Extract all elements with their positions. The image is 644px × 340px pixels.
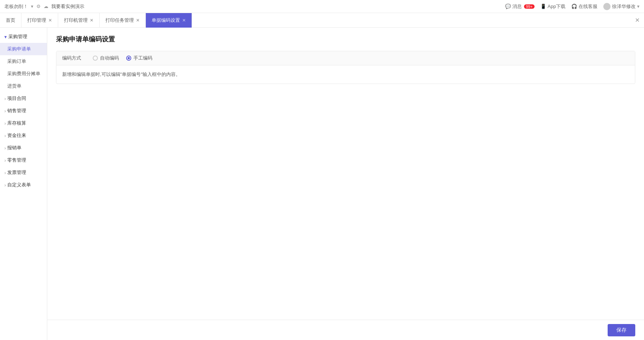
- invoice-arrow: ›: [4, 170, 6, 175]
- sidebar-item-purchase-request-label: 采购申请单: [7, 46, 31, 52]
- save-button[interactable]: 保存: [608, 324, 635, 336]
- sidebar-group-sales-mgmt[interactable]: › 销售管理: [0, 105, 47, 117]
- tab-home-label: 首页: [6, 17, 15, 24]
- demo-link[interactable]: 我要看实例演示: [51, 3, 84, 10]
- demo-cloud-icon: ☁: [44, 4, 48, 9]
- project-contract-arrow: ›: [4, 96, 6, 101]
- inventory-arrow: ›: [4, 121, 6, 126]
- sidebar-group-project-contract[interactable]: › 项目合同: [0, 92, 47, 105]
- message-icon: 💬: [505, 4, 511, 9]
- app-icon: 📱: [540, 4, 546, 9]
- capital-arrow: ›: [4, 133, 6, 138]
- sidebar-item-stock-in-label: 进货单: [7, 83, 21, 89]
- settings-icon[interactable]: ⚙: [36, 4, 41, 9]
- top-bar-right: 💬 消息 99+ 📱 App下载 🎧 在线客服 徐泽华修改 ▾: [505, 3, 640, 10]
- dropdown-arrow-icon[interactable]: ▾: [31, 4, 33, 9]
- purchase-collapse-arrow: ▾: [4, 34, 7, 40]
- tab-printer-mgmt[interactable]: 打印机管理 ✕: [58, 13, 100, 28]
- message-item[interactable]: 💬 消息 99+: [505, 3, 535, 10]
- sidebar-group-invoice-label: 发票管理: [7, 169, 26, 176]
- sidebar-group-custom-forms-label: 自定义表单: [7, 182, 31, 188]
- top-bar: 老板勿削！ ▾ ⚙ ☁ 我要看实例演示 💬 消息 99+ 📱 App下载 🎧 在…: [0, 0, 644, 13]
- sidebar-item-purchase-order[interactable]: 采购订单: [0, 55, 47, 68]
- sidebar-group-retail[interactable]: › 零售管理: [0, 154, 47, 166]
- radio-auto[interactable]: 自动编码: [93, 55, 119, 61]
- sidebar-group-inventory[interactable]: › 库存核算: [0, 117, 47, 129]
- sidebar-group-custom-forms[interactable]: › 自定义表单: [0, 179, 47, 191]
- tab-print-mgmt[interactable]: 打印管理 ✕: [21, 13, 58, 28]
- sidebar-group-invoice[interactable]: › 发票管理: [0, 166, 47, 179]
- user-dropdown-icon: ▾: [637, 4, 640, 9]
- tab-print-mgmt-close[interactable]: ✕: [48, 18, 52, 23]
- sidebar-item-purchase-request[interactable]: 采购申请单: [0, 43, 47, 55]
- custom-forms-arrow: ›: [4, 182, 6, 188]
- sidebar-group-purchase-label: 采购管理: [8, 33, 27, 40]
- sidebar-item-purchase-expense[interactable]: 采购费用分摊单: [0, 68, 47, 80]
- tab-single-code-label: 单据编码设置: [152, 17, 180, 24]
- encoding-body: 新增和编辑单据时,可以编辑"单据编号"输入框中的内容。: [56, 65, 635, 84]
- customer-service-item[interactable]: 🎧 在线客服: [571, 3, 597, 10]
- sales-mgmt-arrow: ›: [4, 108, 6, 114]
- radio-auto-label: 自动编码: [100, 55, 119, 61]
- app-download-item[interactable]: 📱 App下载: [540, 3, 565, 10]
- content-area: 采购申请单编码设置 编码方式 自动编码 手工编码: [47, 28, 644, 340]
- encoding-header: 编码方式 自动编码 手工编码: [56, 51, 635, 65]
- tab-print-task-label: 打印任务管理: [105, 17, 134, 24]
- tab-single-code-close[interactable]: ✕: [182, 18, 186, 23]
- username: 徐泽华修改: [612, 3, 636, 10]
- message-badge: 99+: [524, 4, 535, 9]
- sidebar-item-purchase-order-label: 采购订单: [7, 58, 26, 65]
- hint-text: 新增和编辑单据时,可以编辑"单据编号"输入框中的内容。: [62, 72, 180, 77]
- sidebar-group-capital[interactable]: › 资金往来: [0, 129, 47, 142]
- tab-home[interactable]: 首页: [0, 13, 21, 28]
- tab-single-code[interactable]: 单据编码设置 ✕: [146, 13, 192, 28]
- app-download-label: App下载: [548, 3, 565, 10]
- radio-auto-circle: [93, 56, 98, 61]
- message-label: 消息: [512, 3, 522, 10]
- tab-close-all[interactable]: ✕: [631, 17, 644, 24]
- retail-arrow: ›: [4, 158, 6, 163]
- sidebar-group-returns-label: 报销单: [7, 145, 21, 151]
- sidebar-group-retail-label: 零售管理: [7, 157, 26, 163]
- radio-manual-circle: [126, 56, 131, 61]
- sidebar-item-purchase-expense-label: 采购费用分摊单: [7, 70, 40, 77]
- sidebar-group-capital-label: 资金往来: [7, 132, 26, 139]
- returns-arrow: ›: [4, 145, 6, 151]
- page-title: 采购申请单编码设置: [56, 35, 635, 44]
- content-inner: 采购申请单编码设置 编码方式 自动编码 手工编码: [47, 28, 644, 320]
- tab-print-task-close[interactable]: ✕: [136, 18, 140, 23]
- sidebar-group-sales-mgmt-label: 销售管理: [7, 108, 26, 114]
- tab-print-task[interactable]: 打印任务管理 ✕: [100, 13, 146, 28]
- user-profile-item[interactable]: 徐泽华修改 ▾: [603, 3, 640, 10]
- main-layout: ▾ 采购管理 采购申请单 采购订单 采购费用分摊单 进货单 › 项目合同 › 销…: [0, 28, 644, 340]
- headset-icon: 🎧: [571, 4, 577, 9]
- bottom-bar: 保存: [47, 320, 644, 340]
- radio-manual[interactable]: 手工编码: [126, 55, 152, 61]
- radio-manual-label: 手工编码: [133, 55, 152, 61]
- sidebar-group-inventory-label: 库存核算: [7, 120, 26, 126]
- tab-printer-mgmt-close[interactable]: ✕: [90, 18, 93, 23]
- avatar-icon: [603, 3, 611, 10]
- radio-group: 自动编码 手工编码: [93, 55, 152, 61]
- top-bar-left: 老板勿削！ ▾ ⚙ ☁ 我要看实例演示: [4, 3, 84, 10]
- sidebar: ▾ 采购管理 采购申请单 采购订单 采购费用分摊单 进货单 › 项目合同 › 销…: [0, 28, 47, 340]
- tab-printer-mgmt-label: 打印机管理: [64, 17, 88, 24]
- brand-text: 老板勿削！: [4, 3, 28, 10]
- customer-service-label: 在线客服: [579, 3, 597, 10]
- encoding-label: 编码方式: [62, 55, 84, 61]
- sidebar-group-returns[interactable]: › 报销单: [0, 142, 47, 154]
- tab-print-mgmt-label: 打印管理: [27, 17, 46, 24]
- encoding-section: 编码方式 自动编码 手工编码 新增和编辑单据时,可以编辑"单据编号"输入框中的内: [56, 51, 635, 84]
- sidebar-item-stock-in[interactable]: 进货单: [0, 80, 47, 92]
- sidebar-group-project-contract-label: 项目合同: [7, 95, 26, 102]
- sidebar-group-purchase[interactable]: ▾ 采购管理: [0, 31, 47, 43]
- tab-bar: 首页 打印管理 ✕ 打印机管理 ✕ 打印任务管理 ✕ 单据编码设置 ✕ ✕: [0, 13, 644, 28]
